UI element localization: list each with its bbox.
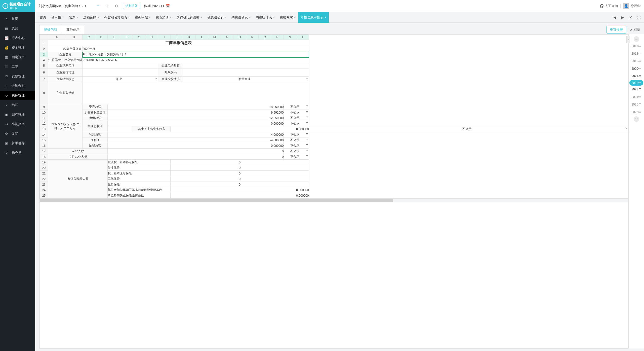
row-header[interactable]: 5 <box>40 63 48 68</box>
year-item[interactable]: 2020年 <box>631 65 641 73</box>
dropdown-icon[interactable]: ▼ <box>306 105 308 108</box>
row-header[interactable]: 16 <box>40 143 48 149</box>
row-header[interactable]: 12 <box>40 121 48 126</box>
year-item[interactable]: 2021年 <box>631 73 641 80</box>
value-cell[interactable]: 0.000000 <box>108 121 284 126</box>
value-cell[interactable]: 18.050000 <box>108 104 284 110</box>
row-header[interactable]: 10 <box>40 110 48 115</box>
dropdown-icon[interactable]: ▼ <box>306 110 308 113</box>
dropdown-cell[interactable]: 私营企业▼ <box>183 77 309 82</box>
tab[interactable]: 税检专家× <box>277 12 298 23</box>
account-switch-dropdown[interactable]: ﹀ <box>96 4 100 8</box>
close-icon[interactable]: × <box>200 16 202 19</box>
dropdown-cell[interactable]: 不公示▼ <box>309 126 628 132</box>
year-item[interactable]: 2022年 <box>629 80 643 86</box>
dropdown-icon[interactable]: ▼ <box>306 138 308 141</box>
close-icon[interactable]: × <box>294 16 296 19</box>
column-header[interactable]: T <box>296 35 309 40</box>
column-header[interactable]: O <box>233 35 246 40</box>
column-header[interactable]: I <box>158 35 171 40</box>
refresh-button[interactable]: ⟳ 刷新 <box>630 27 640 32</box>
sidebar-item[interactable]: 💰资金管理 <box>0 43 35 52</box>
row-header[interactable]: 4 <box>40 57 48 63</box>
column-header[interactable]: J <box>171 35 183 40</box>
tab[interactable]: 进销台账× <box>81 12 102 23</box>
dropdown-icon[interactable]: ▼ <box>306 132 308 135</box>
dropdown-cell[interactable]: 不公示▼ <box>284 115 309 121</box>
value-cell[interactable] <box>83 82 309 104</box>
tab[interactable]: 发票× <box>66 12 81 23</box>
value-cell[interactable]: 12.050000 <box>108 115 284 121</box>
column-header[interactable]: H <box>145 35 158 40</box>
horizontal-scrollbar[interactable] <box>39 198 628 202</box>
value-cell[interactable]: 91320811MA7NGR2W6R <box>83 57 309 63</box>
value-cell[interactable]: 0.000000 <box>171 126 309 132</box>
sidebar-item[interactable]: V畅会员 <box>0 148 35 158</box>
column-header[interactable]: R <box>271 35 284 40</box>
close-icon[interactable]: × <box>249 16 251 19</box>
tab[interactable]: 首页 <box>37 12 49 23</box>
value-cell[interactable]: 9.992000 <box>108 110 284 115</box>
tab[interactable]: 存货别名对照表× <box>102 12 132 23</box>
column-header[interactable]: D <box>95 35 108 40</box>
value-cell[interactable] <box>183 68 309 77</box>
value-cell[interactable]: -4.000000 <box>108 132 284 137</box>
row-header[interactable]: 25 <box>40 193 48 198</box>
sidebar-item[interactable]: ▣新手引导 <box>0 138 35 148</box>
sidebar-item[interactable]: 📈报表中心 <box>0 33 35 43</box>
close-icon[interactable]: × <box>273 16 275 19</box>
close-icon[interactable]: × <box>62 16 64 19</box>
tab-prev-button[interactable]: ◀ <box>611 14 618 21</box>
column-header[interactable]: A <box>48 35 65 40</box>
add-icon[interactable]: ＋ <box>105 4 109 8</box>
row-header[interactable]: 13 <box>40 126 48 132</box>
sidebar-item[interactable]: ▦固定资产 <box>0 52 35 62</box>
sidebar-item[interactable]: ↺小畅报销 <box>0 119 35 129</box>
tab[interactable]: 诊申报× <box>49 12 66 23</box>
row-header[interactable]: 9 <box>40 104 48 110</box>
row-header[interactable]: 20 <box>40 165 48 171</box>
sidebar-item[interactable]: ☺税务管理 <box>0 91 35 100</box>
row-header[interactable]: 3 <box>40 52 48 57</box>
row-header[interactable]: 1 <box>40 40 48 46</box>
value-cell[interactable]: 0 <box>171 176 309 182</box>
dropdown-icon[interactable]: ▼ <box>306 116 308 119</box>
tab[interactable]: 税负波动表× <box>205 12 229 23</box>
tab[interactable]: 纳税波动表× <box>229 12 253 23</box>
value-cell[interactable]: 0 <box>171 160 309 165</box>
switch-old-button[interactable]: 切到旧版 <box>123 3 140 9</box>
tab-next-button[interactable]: ▶ <box>619 14 626 21</box>
row-header[interactable]: 7 <box>40 77 48 82</box>
value-cell[interactable]: -4.000000 <box>108 137 284 143</box>
row-header[interactable]: 22 <box>40 176 48 182</box>
value-cell[interactable]: 0 <box>171 182 309 187</box>
row-header[interactable]: 8 <box>40 82 48 104</box>
support-button[interactable]: 🎧 人工咨询 <box>600 4 618 8</box>
tab[interactable]: 税表清册× <box>153 12 174 23</box>
dropdown-cell[interactable]: 不公示▼ <box>284 132 309 137</box>
close-icon[interactable]: × <box>325 16 326 19</box>
value-cell[interactable]: 刘小艳演示账套（勿删勿动！）1 <box>83 52 309 57</box>
value-cell[interactable] <box>83 68 158 77</box>
dropdown-cell[interactable]: 不公示▼ <box>284 154 309 160</box>
close-icon[interactable]: × <box>170 16 172 19</box>
close-icon[interactable]: × <box>128 16 130 19</box>
row-header[interactable]: 24 <box>40 187 48 193</box>
tab[interactable]: 所得税汇算清缴× <box>174 12 205 23</box>
column-header[interactable]: Q <box>259 35 271 40</box>
dropdown-icon[interactable]: ▼ <box>306 155 308 157</box>
row-header[interactable]: 23 <box>40 182 48 187</box>
value-cell[interactable]: 0 <box>108 154 284 160</box>
tab[interactable]: 纳税统计表× <box>253 12 277 23</box>
year-item[interactable]: 2023年 <box>631 86 641 93</box>
year-up-button[interactable]: ︿ <box>634 36 639 42</box>
year-down-button[interactable]: ﹀ <box>634 116 639 122</box>
subtab[interactable]: 其他信息 <box>62 25 84 34</box>
user-menu[interactable]: 👤 徐泽华 <box>623 3 640 9</box>
value-cell[interactable]: 0.000000 <box>171 187 309 193</box>
column-header[interactable]: S <box>284 35 296 40</box>
row-header[interactable]: 18 <box>40 154 48 160</box>
dropdown-icon[interactable]: ▼ <box>625 127 627 130</box>
dropdown-icon[interactable]: ▼ <box>306 121 308 124</box>
reset-report-button[interactable]: 重置报表 <box>607 26 626 33</box>
